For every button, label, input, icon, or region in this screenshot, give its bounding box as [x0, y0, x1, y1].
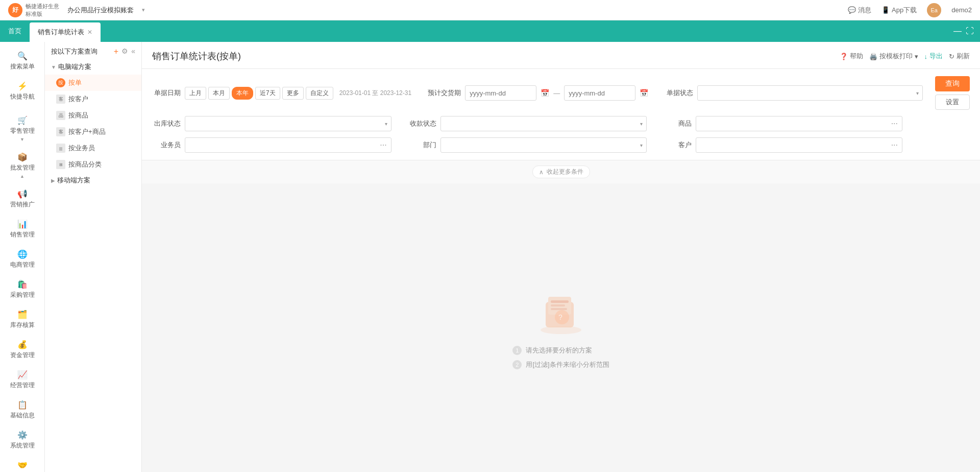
by-product-icon: 品	[56, 111, 65, 120]
sidebar-item-retail-mgmt[interactable]: 🛒 零售管理 ▼	[0, 110, 44, 147]
order-status-group: 单据状态 ▾	[665, 85, 923, 101]
main-layout: 🔍 搜索菜单 ⚡ 快捷导航 🛒 零售管理 ▼ 📦 批发管理 ▲ 📢 营销推广 📊…	[0, 42, 980, 472]
export-btn[interactable]: ↓ 导出	[924, 52, 943, 61]
svg-rect-3	[551, 300, 569, 303]
department-select[interactable]	[440, 137, 647, 153]
ops-icon: 📈	[17, 370, 28, 380]
quick-nav-icon: ⚡	[17, 81, 28, 91]
tab-maximize-icon[interactable]: ⛶	[966, 27, 974, 36]
sidebar-item-sales-mgmt[interactable]: 📊 销售管理	[0, 214, 44, 244]
plan-item-by-product[interactable]: 品 按商品	[45, 107, 141, 124]
delivery-status-select[interactable]	[185, 116, 391, 131]
left-panel-title: 按以下方案查询	[51, 47, 97, 56]
sidebar-item-wholesale-mgmt[interactable]: 📦 批发管理 ▲	[0, 147, 44, 184]
order-status-label: 单据状态	[665, 88, 693, 98]
help-btn[interactable]: ❓ 帮助	[840, 52, 863, 61]
expected-date-group: 预计交货期 📅 — 📅	[428, 85, 648, 101]
department-col: 部门 ▾	[408, 137, 647, 153]
by-cp-icon: 客	[56, 127, 65, 136]
tab-minimize-icon[interactable]: —	[953, 27, 962, 36]
calendar-start-icon[interactable]: 📅	[541, 89, 549, 97]
inventory-icon: 🗂️	[17, 310, 28, 319]
sidebar-item-ops-mgmt[interactable]: 📈 经营管理	[0, 365, 44, 395]
plan-item-by-salesperson[interactable]: ||| 按业务员	[45, 140, 141, 156]
payment-status-col: 收款状态 ▾	[408, 116, 647, 131]
plan-item-by-customer[interactable]: 客 按客户	[45, 91, 141, 107]
period-this-month[interactable]: 本月	[208, 87, 230, 100]
product-col: 商品 ···	[663, 116, 902, 131]
plan-item-by-product-category[interactable]: ⊞ 按商品分类	[45, 156, 141, 173]
purchase-icon: 🛍️	[17, 279, 28, 289]
product-label: 商品	[663, 119, 692, 128]
period-7days[interactable]: 近7天	[255, 87, 280, 100]
logo-text: 畅捷通好生意 标准版	[26, 3, 59, 17]
order-status-select[interactable]	[697, 85, 923, 101]
sidebar-item-marketing[interactable]: 📢 营销推广	[0, 184, 44, 214]
collapse-panel-btn[interactable]: «	[131, 47, 135, 56]
filter-area: 单据日期 上月 本月 本年 近7天 更多 自定义 2023-01-01 至 20…	[142, 69, 980, 160]
calendar-end-icon[interactable]: 📅	[640, 89, 648, 97]
sidebar-item-finance[interactable]: 💰 资金管理	[0, 335, 44, 365]
filter-row-1: 单据日期 上月 本月 本年 近7天 更多 自定义 2023-01-01 至 20…	[152, 76, 970, 110]
top-bar-left: 好 畅捷通好生意 标准版 办公用品行业模拟账套 ▾	[8, 3, 145, 17]
user-avatar[interactable]: Ea	[927, 3, 941, 17]
mobile-solutions-group: ▶ 移动端方案	[45, 173, 141, 188]
tab-close-icon[interactable]: ✕	[87, 29, 92, 36]
sidebar-item-purchase-mgmt[interactable]: 🛍️ 采购管理	[0, 274, 44, 304]
period-last-month[interactable]: 上月	[185, 87, 206, 100]
collapse-up-icon: ∧	[539, 169, 544, 176]
retail-icon: 🛒	[17, 115, 28, 125]
tab-sales-order-stats[interactable]: 销售订单统计表 ✕	[30, 22, 101, 42]
product-input-wrapper[interactable]: ···	[696, 116, 902, 131]
sidebar-item-sys-mgmt[interactable]: ⚙️ 系统管理	[0, 425, 44, 455]
salesperson-input-wrapper[interactable]: ···	[185, 137, 391, 153]
user-name[interactable]: demo2	[951, 6, 972, 14]
left-panel: 按以下方案查询 + ⚙ « ▼ 电脑端方案 按 按单 客 按客户 品	[45, 42, 142, 472]
settings-button[interactable]: 设置	[935, 95, 970, 110]
content-area: 销售订单统计表(按单) ❓ 帮助 🖨️ 按模板打印 ▾ ↓ 导出 ↻ 刷新	[142, 42, 980, 472]
refresh-btn[interactable]: ↻ 刷新	[949, 52, 970, 61]
message-btn[interactable]: 💬 消息	[848, 6, 871, 15]
dropdown-arrow-icon[interactable]: ▾	[142, 7, 145, 13]
sidebar-item-enterprise[interactable]: 🤝 企业协同	[0, 455, 44, 472]
collapse-row[interactable]: ∧ 收起更多条件	[142, 160, 980, 183]
period-more[interactable]: 更多	[282, 87, 304, 100]
period-buttons: 上月 本月 本年 近7天 更多 自定义	[185, 87, 333, 100]
salesperson-dots[interactable]: ···	[380, 140, 386, 150]
app-download-btn[interactable]: 📱 App下载	[881, 6, 917, 15]
expected-date-end[interactable]	[564, 85, 635, 101]
customer-dots[interactable]: ···	[891, 140, 898, 150]
empty-illustration: ?	[530, 287, 592, 338]
collapse-button[interactable]: ∧ 收起更多条件	[532, 166, 590, 178]
marketing-icon: 📢	[17, 189, 28, 199]
tab-home[interactable]: 首页	[0, 20, 30, 42]
sidebar-item-inventory[interactable]: 🗂️ 库存核算	[0, 304, 44, 335]
period-this-year[interactable]: 本年	[232, 87, 253, 100]
template-print-btn[interactable]: 🖨️ 按模板打印 ▾	[869, 52, 918, 61]
query-button[interactable]: 查询	[935, 76, 970, 91]
export-icon: ↓	[924, 53, 928, 60]
period-custom[interactable]: 自定义	[306, 87, 333, 100]
plan-item-by-customer-product[interactable]: 客 按客户+商品	[45, 124, 141, 140]
pc-solutions-header[interactable]: ▼ 电脑端方案	[45, 59, 141, 75]
action-btn-group: 查询 设置	[935, 76, 970, 110]
customer-input-wrapper[interactable]: ···	[696, 137, 902, 153]
empty-hint-2: 2 用[过滤]条件来缩小分析范围	[512, 360, 609, 369]
payment-status-select[interactable]	[440, 116, 647, 131]
settings-plan-btn[interactable]: ⚙	[121, 47, 128, 56]
product-dots[interactable]: ···	[891, 119, 898, 128]
mobile-solutions-header[interactable]: ▶ 移动端方案	[45, 173, 141, 188]
page-header-actions: ❓ 帮助 🖨️ 按模板打印 ▾ ↓ 导出 ↻ 刷新	[840, 52, 970, 61]
sidebar-item-basic-info[interactable]: 📋 基础信息	[0, 395, 44, 425]
print-dropdown-icon[interactable]: ▾	[915, 53, 918, 60]
hint-1-number: 1	[512, 346, 522, 355]
sidebar-item-ecommerce[interactable]: 🌐 电商管理	[0, 244, 44, 274]
finance-icon: 💰	[17, 340, 28, 349]
expected-date-start[interactable]	[465, 85, 536, 101]
expected-date-label: 预计交货期	[428, 88, 461, 98]
plan-item-by-order[interactable]: 按 按单	[45, 75, 141, 91]
sidebar-item-search-menu[interactable]: 🔍 搜索菜单	[0, 46, 44, 76]
add-plan-btn[interactable]: +	[114, 47, 118, 56]
sidebar-item-quick-nav[interactable]: ⚡ 快捷导航	[0, 76, 44, 106]
page-header: 销售订单统计表(按单) ❓ 帮助 🖨️ 按模板打印 ▾ ↓ 导出 ↻ 刷新	[142, 42, 980, 69]
